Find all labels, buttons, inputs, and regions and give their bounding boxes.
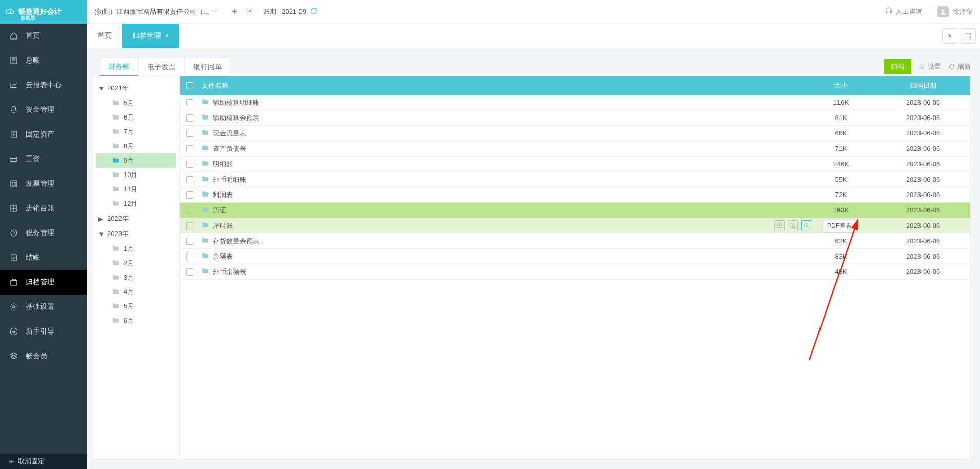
nav-1[interactable]: 总账 xyxy=(0,48,87,73)
gear-icon[interactable] xyxy=(246,7,254,16)
table-row[interactable]: 外币余额表48K2023-06-06 xyxy=(180,264,970,280)
row-checkbox[interactable] xyxy=(186,222,193,229)
file-name: 存货数量余额表 xyxy=(213,237,259,246)
nav-10[interactable]: 归档管理 xyxy=(0,270,87,295)
file-size: 66K xyxy=(800,129,882,137)
row-checkbox[interactable] xyxy=(186,191,193,199)
close-all-button[interactable]: × xyxy=(942,28,957,44)
tab-home[interactable]: 首页 xyxy=(87,24,122,48)
row-checkbox[interactable] xyxy=(186,268,193,276)
row-checkbox[interactable] xyxy=(186,161,193,168)
panel-body: ▼2021年 5月6月7月8月9月10月11月12月 ▶2022年 ▼2023年… xyxy=(92,76,971,460)
tree-month[interactable]: 5月 xyxy=(96,299,176,314)
nav-2[interactable]: 云报表中心 xyxy=(0,73,87,97)
folder-icon xyxy=(112,171,119,179)
tree-month[interactable]: 10月 xyxy=(96,168,176,182)
select-all-checkbox[interactable] xyxy=(186,82,193,89)
subtab-einvoice[interactable]: 电子发票 xyxy=(138,57,185,76)
tree-month[interactable]: 2月 xyxy=(96,256,176,270)
table-row[interactable]: 外币明细账55K2023-06-06 xyxy=(180,172,970,187)
tree-month[interactable]: 8月 xyxy=(96,139,176,153)
file-size: 62K xyxy=(800,237,882,245)
table-row[interactable]: 辅助核算明细账116K2023-06-06 xyxy=(180,95,970,110)
row-checkbox[interactable] xyxy=(186,145,193,152)
tree-month[interactable]: 4月 xyxy=(96,285,176,299)
file-date: 2023-06-06 xyxy=(882,145,964,152)
nav-6[interactable]: 发票管理 xyxy=(0,171,87,196)
svg-rect-4 xyxy=(12,182,15,185)
row-checkbox[interactable] xyxy=(186,207,193,214)
plus-icon[interactable]: ✚ xyxy=(232,8,237,15)
table-row[interactable]: 现金流量表66K2023-06-06 xyxy=(180,126,970,141)
row-checkbox[interactable] xyxy=(186,130,193,137)
file-name: 资产负债表 xyxy=(213,144,246,153)
nav-3[interactable]: 资金管理 xyxy=(0,97,87,122)
nav-11[interactable]: 基础设置 xyxy=(0,295,87,319)
row-checkbox[interactable] xyxy=(186,253,193,260)
tree-month[interactable]: 1月 xyxy=(96,242,176,256)
table-row[interactable]: 序时账13K2023-06-06PDF查看 xyxy=(180,218,970,233)
settings-link[interactable]: 设置 xyxy=(918,62,941,71)
row-checkbox[interactable] xyxy=(186,99,193,106)
nav-7[interactable]: 进销台账 xyxy=(0,196,87,221)
pdf-view-icon[interactable] xyxy=(801,220,811,230)
table-row[interactable]: 利润表72K2023-06-06 xyxy=(180,187,970,203)
nav-9[interactable]: 结账 xyxy=(0,245,87,270)
company-selector[interactable]: (勿删）江西服宝精品有限责任公司（... ﹀ xyxy=(94,7,218,16)
tab-archive[interactable]: 归档管理 × xyxy=(122,24,179,48)
pdf-view-tooltip: PDF查看 xyxy=(823,220,856,232)
row-checkbox[interactable] xyxy=(186,238,193,245)
fullscreen-button[interactable] xyxy=(961,28,976,44)
svg-rect-2 xyxy=(11,157,17,162)
subtab-finance[interactable]: 财务账 xyxy=(99,57,138,76)
folder-icon xyxy=(112,100,119,107)
headset-icon xyxy=(885,7,893,16)
archive-button[interactable]: 归档 xyxy=(884,59,911,74)
subtab-bankreceipt[interactable]: 银行回单 xyxy=(185,57,231,76)
nav-icon xyxy=(9,228,18,238)
nav-5[interactable]: 工资 xyxy=(0,147,87,171)
sub-tabs: 财务账 电子发票 银行回单 归档 设置 刷新 xyxy=(92,57,971,76)
export-excel-icon[interactable] xyxy=(774,220,785,230)
file-size: 116K xyxy=(800,99,882,106)
tree-month[interactable]: 3月 xyxy=(96,270,176,285)
table-row[interactable]: 明细账246K2023-06-06 xyxy=(180,157,970,172)
nav-12[interactable]: 新手引导 xyxy=(0,319,87,344)
file-date: 2023-06-06 xyxy=(882,222,964,229)
tree-year-2022[interactable]: ▶2022年 xyxy=(96,211,176,226)
table-row[interactable]: 辅助核算余额表81K2023-06-06 xyxy=(180,110,970,126)
company-name: (勿删）江西服宝精品有限责任公司（... xyxy=(94,7,209,16)
tree-month[interactable]: 5月 xyxy=(96,96,176,110)
table-row[interactable]: 资产负债表71K2023-06-06 xyxy=(180,141,970,157)
row-checkbox[interactable] xyxy=(186,176,193,183)
calendar-icon[interactable] xyxy=(310,7,317,16)
folder-icon xyxy=(202,99,209,106)
nav-13[interactable]: 畅会员 xyxy=(0,344,87,368)
col-size: 大小 xyxy=(800,81,882,90)
nav-0[interactable]: 首页 xyxy=(0,24,87,48)
sidebar-unpin[interactable]: ⇤ 取消固定 xyxy=(0,454,87,469)
tree-year-2023[interactable]: ▼2023年 xyxy=(96,226,176,242)
tree-month[interactable]: 7月 xyxy=(96,125,176,139)
tree-year-2021[interactable]: ▼2021年 xyxy=(96,81,176,96)
user-name[interactable]: 徐泽华 xyxy=(953,7,973,16)
row-checkbox[interactable] xyxy=(186,114,193,122)
tree-month[interactable]: 9月 xyxy=(96,153,176,168)
nav-4[interactable]: 固定资产 xyxy=(0,122,87,147)
tree-month[interactable]: 12月 xyxy=(96,197,176,211)
page-tabs: 首页 归档管理 × × xyxy=(87,24,980,48)
nav-8[interactable]: 税务管理 xyxy=(0,221,87,245)
table-row[interactable]: 存货数量余额表62K2023-06-06 xyxy=(180,233,970,249)
tree-month[interactable]: 6月 xyxy=(96,110,176,125)
tree-month[interactable]: 6月 xyxy=(96,314,176,328)
table-row[interactable]: 凭证163K2023-06-06 xyxy=(180,203,970,218)
export-pdf-icon[interactable] xyxy=(788,220,798,230)
topbar: (勿删）江西服宝精品有限责任公司（... ﹀ ✚ 账期 2021-09 人工咨询… xyxy=(87,0,980,24)
refresh-link[interactable]: 刷新 xyxy=(948,62,971,71)
consult-link[interactable]: 人工咨询 xyxy=(896,7,923,16)
tree-month[interactable]: 11月 xyxy=(96,182,176,197)
file-date: 2023-06-06 xyxy=(882,175,964,183)
table-row[interactable]: 余额表83K2023-06-06 xyxy=(180,249,970,264)
close-icon[interactable]: × xyxy=(165,32,169,40)
period-value[interactable]: 2021-09 xyxy=(282,8,306,15)
